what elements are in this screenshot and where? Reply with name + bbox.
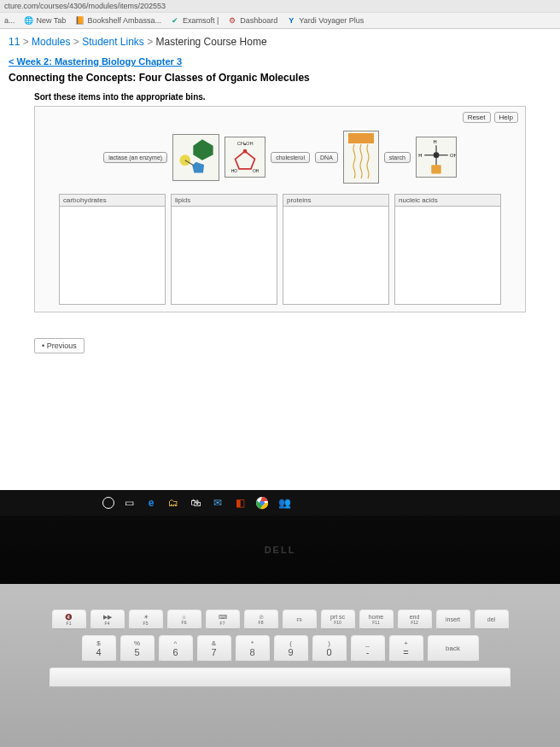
svg-text:HO: HO xyxy=(231,169,237,173)
svg-text:H: H xyxy=(418,153,422,158)
bookmark-examsoft[interactable]: ✔ Examsoft | xyxy=(170,15,219,26)
breadcrumb-link[interactable]: Modules xyxy=(32,36,70,48)
bookmark-label: Dashboard xyxy=(240,16,277,25)
molecule-phospholipid-image[interactable] xyxy=(343,131,379,184)
windows-taskbar[interactable]: ▭ e 🗂 🛍 ✉ ◧ 👥 xyxy=(0,490,560,516)
svg-point-6 xyxy=(243,149,248,154)
breadcrumb-sep: > xyxy=(23,36,29,48)
bookmark-new-tab[interactable]: 🌐 New Tab xyxy=(24,15,67,26)
key-end[interactable]: endF12 xyxy=(398,610,432,630)
bin-header: lipids xyxy=(171,194,277,207)
globe-icon: 🌐 xyxy=(24,15,34,26)
bookmark-dashboard[interactable]: ⚙ Dashboard xyxy=(227,15,277,26)
draggable-dna[interactable]: DNA xyxy=(315,152,338,163)
key-0[interactable]: )0 xyxy=(312,635,347,662)
bookmark-label: Yardi Voyager Plus xyxy=(299,16,364,25)
page-content: 11 > Modules > Student Links > Mastering… xyxy=(0,29,560,490)
key-7[interactable]: &7 xyxy=(197,635,231,662)
key-f6[interactable]: ☼F6 xyxy=(167,610,201,630)
key-f5[interactable]: ☀F5 xyxy=(129,610,163,630)
bin-proteins[interactable]: proteins xyxy=(283,194,389,305)
breadcrumb-sep: > xyxy=(73,36,79,48)
bin-header: carbohydrates xyxy=(59,194,166,207)
svg-text:CH₂OH: CH₂OH xyxy=(237,141,254,146)
cortana-icon[interactable] xyxy=(102,497,114,509)
bin-carbohydrates[interactable]: carbohydrates xyxy=(59,194,166,305)
key-minus[interactable]: _- xyxy=(351,635,385,662)
key-8[interactable]: *8 xyxy=(236,635,270,662)
back-link[interactable]: < Week 2: Mastering Biology Chapter 3 xyxy=(9,56,551,67)
breadcrumb: 11 > Modules > Student Links > Mastering… xyxy=(9,36,551,48)
laptop-brand-label: DELL xyxy=(265,545,296,555)
bin-dropzone[interactable] xyxy=(283,207,389,305)
url-bar[interactable]: cture.com/courses/4306/modules/items/202… xyxy=(0,0,560,13)
key-insert[interactable]: insert xyxy=(436,610,470,630)
browser-chrome: cture.com/courses/4306/modules/items/202… xyxy=(0,0,560,29)
bin-dropzone[interactable] xyxy=(171,207,277,305)
svg-marker-1 xyxy=(193,139,213,160)
office-icon[interactable]: ◧ xyxy=(232,495,248,511)
breadcrumb-link[interactable]: Student Links xyxy=(82,36,144,48)
key-row-partial[interactable] xyxy=(50,668,510,688)
svg-rect-14 xyxy=(431,165,441,173)
key-equals[interactable]: += xyxy=(389,635,423,662)
svg-marker-2 xyxy=(192,161,204,172)
key-home[interactable]: homeF11 xyxy=(359,610,394,630)
sorting-bins: carbohydrates lipids proteins nucleic ac… xyxy=(42,194,518,305)
bin-lipids[interactable]: lipids xyxy=(171,194,277,305)
key-5[interactable]: %5 xyxy=(120,635,155,662)
instruction-text: Sort these items into the appropriate bi… xyxy=(34,92,551,102)
task-view-icon[interactable]: ▭ xyxy=(121,495,137,511)
key-mute[interactable]: 🔇F1 xyxy=(52,610,86,630)
key-f8[interactable]: ⎚F8 xyxy=(244,610,278,630)
page-title: Connecting the Concepts: Four Classes of… xyxy=(9,72,551,84)
mail-icon[interactable]: ✉ xyxy=(210,495,225,511)
bin-header: proteins xyxy=(283,194,389,207)
previous-button[interactable]: • Previous xyxy=(34,338,85,353)
molecule-atp-image[interactable] xyxy=(172,134,219,181)
bookmark-label: Bookshelf Ambassa... xyxy=(87,16,161,25)
svg-marker-5 xyxy=(236,151,255,169)
bin-dropzone[interactable] xyxy=(59,207,166,305)
key-4[interactable]: $4 xyxy=(82,635,116,662)
bin-nucleic-acids[interactable]: nucleic acids xyxy=(394,194,501,305)
chrome-icon[interactable] xyxy=(254,495,270,511)
svg-text:OH: OH xyxy=(253,169,259,173)
check-icon: ✔ xyxy=(170,15,180,26)
key-delete[interactable]: del xyxy=(475,610,509,630)
svg-rect-9 xyxy=(348,133,374,143)
bookmark-label: Examsoft | xyxy=(183,16,219,25)
key-6[interactable]: ^6 xyxy=(159,635,193,662)
key-f4[interactable]: ▶▶F4 xyxy=(90,610,125,630)
bin-header: nucleic acids xyxy=(394,194,501,207)
draggable-cholesterol[interactable]: cholesterol xyxy=(271,152,310,163)
molecule-glucose-image[interactable]: CH₂OHHOOH xyxy=(225,137,265,178)
sorting-activity-panel: Reset Help lactase (an enzyme) CH₂OHHOOH… xyxy=(34,106,526,312)
draggable-lactase[interactable]: lactase (an enzyme) xyxy=(103,152,167,163)
key-prtsc[interactable]: prt scF10 xyxy=(321,610,355,630)
edge-icon[interactable]: e xyxy=(143,495,159,511)
reset-button[interactable]: Reset xyxy=(463,112,491,123)
help-button[interactable]: Help xyxy=(494,112,518,123)
key-backspace[interactable]: back xyxy=(428,635,479,662)
bin-dropzone[interactable] xyxy=(394,207,501,305)
book-icon: 📙 xyxy=(74,15,85,26)
bookmark-yardi[interactable]: Y Yardi Voyager Plus xyxy=(286,15,364,26)
breadcrumb-link[interactable]: 11 xyxy=(9,36,20,48)
key-9[interactable]: (9 xyxy=(274,635,308,662)
bookmark-label: New Tab xyxy=(37,16,67,25)
key-f7[interactable]: ⌨F7 xyxy=(206,610,240,630)
laptop-keyboard: 🔇F1 ▶▶F4 ☀F5 ☼F6 ⌨F7 ⎚F8 F9 prt scF10 ho… xyxy=(0,584,560,747)
key-f9[interactable]: F9 xyxy=(283,610,317,630)
bookmark-bookshelf[interactable]: 📙 Bookshelf Ambassa... xyxy=(74,15,161,26)
store-icon[interactable]: 🛍 xyxy=(188,495,203,511)
teams-icon[interactable]: 👥 xyxy=(277,495,292,511)
svg-text:H: H xyxy=(433,139,436,144)
molecule-aminoacid-image[interactable]: HOHH xyxy=(416,137,457,178)
y-icon: Y xyxy=(286,15,296,26)
bookmark-item[interactable]: a... xyxy=(4,16,15,25)
draggable-items-row: lactase (an enzyme) CH₂OHHOOH cholestero… xyxy=(42,131,518,184)
draggable-starch[interactable]: starch xyxy=(384,152,411,163)
explorer-icon[interactable]: 🗂 xyxy=(166,495,181,511)
breadcrumb-current: Mastering Course Home xyxy=(156,36,267,48)
